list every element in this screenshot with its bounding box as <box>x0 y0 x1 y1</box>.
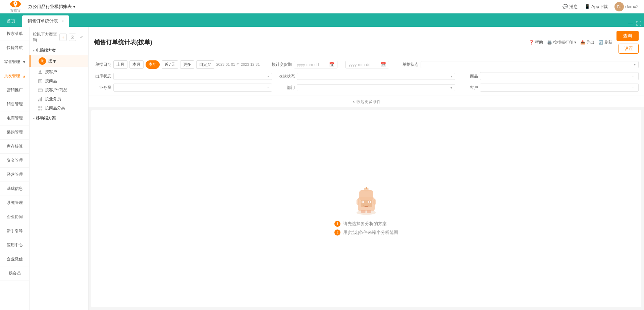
setup-btn[interactable]: 设置 <box>619 44 639 54</box>
scheme-group-mobile-header[interactable]: ▸ 移动端方案 <box>30 114 88 122</box>
app-selector-arrow: ▾ <box>73 4 75 9</box>
goods-label: 商品 <box>461 73 478 79</box>
sidebar-item-enterprise[interactable]: 企业协同 <box>0 210 29 224</box>
app-download-btn[interactable]: 📱 App下载 <box>585 4 608 10</box>
print-btn[interactable]: 🖨️ 按模板打印 ▾ <box>547 40 576 45</box>
app-selector[interactable]: 办公用品行业模拟账表 ▾ <box>28 4 75 10</box>
status-select[interactable]: ▾ <box>421 61 639 68</box>
date-btn-this-month[interactable]: 本月 <box>129 60 144 69</box>
customer-dots: ··· <box>632 85 636 90</box>
scheme-group-pc: ▾ 电脑端方案 按 按单 按客户 <box>30 46 88 113</box>
date-btn-more[interactable]: 更多 <box>180 60 194 69</box>
minimize-btn[interactable]: — <box>628 21 633 27</box>
sidebar-item-wechat[interactable]: 企业微信 <box>0 252 29 266</box>
wholesale-inner: 批发管理 ▴ <box>0 73 29 79</box>
sidebar-item-wholesale[interactable]: 批发管理 ▴ <box>0 69 29 83</box>
scheme-item-by-customer-goods[interactable]: 按客户+商品 <box>30 86 88 95</box>
help-btn[interactable]: ❓ 帮助 <box>529 40 543 45</box>
calendar-icon-1: 📅 <box>329 62 334 67</box>
sidebar-item-retail[interactable]: 零售管理 ▾ <box>0 55 29 69</box>
scheme-item-by-goods[interactable]: 按商品 <box>30 76 88 86</box>
goods-select[interactable]: ··· <box>480 72 639 80</box>
svg-rect-5 <box>40 98 41 101</box>
date-btn-last-month[interactable]: 上月 <box>113 60 127 69</box>
query-btn[interactable]: 查询 <box>616 31 639 41</box>
sidebar-item-newbie[interactable]: 新手引导 <box>0 224 29 238</box>
filter-right-actions: 查询 设置 <box>616 31 639 54</box>
salesperson-icon <box>38 97 43 102</box>
sidebar-item-search[interactable]: 搜索菜单 <box>0 27 29 41</box>
date-btn-this-year[interactable]: 本年 <box>146 60 160 69</box>
filter-row-1: 单据日期 上月 本月 本年 近7天 更多 自定义 2023-01-01 至 20… <box>94 60 639 69</box>
wechat-label: 企业微信 <box>7 257 23 261</box>
sidebar-item-operation[interactable]: 经营管理 <box>0 168 29 182</box>
system-label: 系统管理 <box>7 200 23 205</box>
purchase-label: 采购管理 <box>7 130 23 135</box>
scheme-item-by-order[interactable]: 按 按单 <box>30 55 88 67</box>
customer-input[interactable]: ··· <box>480 84 639 92</box>
sidebar-item-shortcuts[interactable]: 快捷导航 <box>0 41 29 55</box>
export-label: 导出 <box>586 40 594 45</box>
by-category-label: 按商品分类 <box>45 105 65 111</box>
user-name: demo2 <box>625 4 639 9</box>
wholesale-label: 批发管理 <box>4 73 20 79</box>
scheme-item-by-salesperson[interactable]: 按业务员 <box>30 95 88 104</box>
pc-group-arrow: ▾ <box>33 49 35 52</box>
sidebar-item-inventory[interactable]: 库存核算 <box>0 140 29 154</box>
svg-rect-10 <box>41 108 42 110</box>
sidebar-item-appcenter[interactable]: 应用中心 <box>0 238 29 252</box>
expected-date-end[interactable]: yyyy-mm-dd 📅 <box>345 61 389 68</box>
export-btn[interactable]: 📤 导出 <box>580 40 594 45</box>
sidebar-item-system[interactable]: 系统管理 <box>0 196 29 210</box>
scheme-item-by-customer[interactable]: 按客户 <box>30 67 88 76</box>
sidebar-item-vip[interactable]: 畅会员 <box>0 266 29 280</box>
logo: 标膜贷 <box>5 1 25 13</box>
sidebar-item-sales[interactable]: 销售管理 <box>0 97 29 111</box>
collapse-bar[interactable]: ∧ 收起更多条件 <box>89 96 644 107</box>
vip-label: 畅会员 <box>9 271 21 275</box>
sidebar-item-marketing[interactable]: 营销推广 <box>0 83 29 97</box>
scheme-active-dot: 按 <box>39 57 46 65</box>
add-scheme-btn[interactable]: + <box>59 34 67 41</box>
date-btn-7days[interactable]: 近7天 <box>162 60 178 69</box>
tab-close-icon[interactable]: × <box>61 19 64 23</box>
message-icon: 💬 <box>562 4 568 9</box>
svg-point-16 <box>362 201 363 202</box>
salesperson-input[interactable]: ··· <box>113 84 272 92</box>
sidebar-item-finance[interactable]: 资金管理 <box>0 154 29 168</box>
department-select[interactable]: ▾ <box>297 84 455 91</box>
sidebar-item-purchase[interactable]: 采购管理 <box>0 125 29 140</box>
empty-illustration <box>350 182 383 215</box>
top-area: 销售订单统计表(按单) ❓ 帮助 🖨️ 按模板打印 ▾ 📤 <box>89 27 644 107</box>
sidebar-item-ecommerce[interactable]: 电商管理 <box>0 111 29 125</box>
logo-icon <box>10 1 21 7</box>
expected-date-group: 预计交货期 yyyy-mm-dd 📅 — yyyy-mm-dd 📅 <box>272 61 389 68</box>
message-btn[interactable]: 💬 消息 <box>562 4 578 10</box>
date-btn-custom[interactable]: 自定义 <box>196 60 214 69</box>
tab-home[interactable]: 首页 <box>1 15 21 27</box>
svg-point-17 <box>369 201 370 202</box>
out-status-select[interactable]: ▾ <box>113 73 272 80</box>
collapse-panel-btn[interactable]: « <box>78 34 85 40</box>
scheme-item-by-category[interactable]: 按商品分类 <box>30 104 88 113</box>
edit-scheme-btn[interactable] <box>69 34 76 41</box>
refresh-btn[interactable]: 🔄 刷新 <box>598 40 612 45</box>
department-arrow: ▾ <box>450 86 452 90</box>
svg-rect-19 <box>373 199 376 205</box>
expected-date-start[interactable]: yyyy-mm-dd 📅 <box>294 61 337 68</box>
finance-label: 资金管理 <box>7 158 23 163</box>
left-panel-title: 按以下方案查询 <box>33 32 59 43</box>
topbar: 标膜贷 办公用品行业模拟账表 ▾ 💬 消息 📱 App下载 Ea demo2 <box>0 0 644 13</box>
payment-status-select[interactable]: ▾ <box>297 73 455 80</box>
empty-tip-2: 2 用[过滤]条件来缩小分析范围 <box>334 229 398 236</box>
shortcuts-label: 快捷导航 <box>7 45 23 50</box>
scheme-group-pc-header[interactable]: ▾ 电脑端方案 <box>30 46 88 55</box>
salesperson-label: 业务员 <box>94 85 111 91</box>
tab-active[interactable]: 销售订单统计表 × <box>22 15 69 27</box>
user-menu[interactable]: Ea demo2 <box>614 2 639 11</box>
sidebar-item-basic[interactable]: 基础信息 <box>0 182 29 196</box>
payment-status-group: 收款状态 ▾ <box>277 73 455 80</box>
tabbar: 首页 销售订单统计表 × — ⛶ <box>0 13 644 27</box>
tip-num-2: 2 <box>334 229 340 236</box>
maximize-btn[interactable]: ⛶ <box>636 21 641 27</box>
